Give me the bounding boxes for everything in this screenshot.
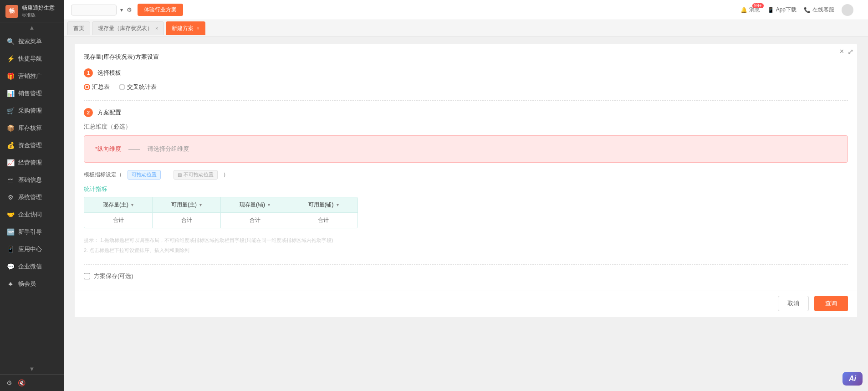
dimension-dash: —— <box>128 146 140 153</box>
metrics-setting-row: 模板指标设定（ 可拖动位置 不可拖动位置 ） <box>84 170 848 180</box>
topbar-search-input[interactable] <box>71 5 117 15</box>
app-version: 标准版 <box>22 12 55 18</box>
stats-body-col-3: 合计 <box>289 212 357 228</box>
message-icon: 🔔 <box>740 7 747 13</box>
stats-col-header-1[interactable]: 可用量(主) ▾ <box>153 197 220 212</box>
sidebar-item-label: 资金管理 <box>18 141 42 149</box>
dimension-area: *纵向维度 —— 请选择分组维度 <box>84 135 848 163</box>
sales-icon: 📊 <box>6 89 15 98</box>
section1-header: 1 选择模板 <box>84 68 848 77</box>
dimension-row: *纵向维度 —— 请选择分组维度 <box>95 145 837 153</box>
stats-table: 现存量(主) ▾ 可用量(主) ▾ <box>84 197 358 228</box>
tab-new-plan[interactable]: 新建方案 × <box>166 21 205 35</box>
sidebar-item-vip[interactable]: ♣ 畅会员 <box>0 275 64 293</box>
stats-col-3-chevron[interactable]: ▾ <box>337 202 339 207</box>
app-name-block: 畅康通好生意 标准版 <box>22 5 55 18</box>
save-label: 方案保存(可选) <box>94 272 133 280</box>
stats-col-2-label: 现存量(辅) <box>240 201 265 209</box>
weixin-icon: 💬 <box>6 262 15 271</box>
sidebar-item-basicinfo[interactable]: 🗃 基础信息 <box>0 171 64 189</box>
section-template: 1 选择模板 汇总表 交叉统计表 <box>84 68 848 91</box>
radio-cross-circle <box>119 84 125 90</box>
topbar-gear-icon[interactable]: ⚙ <box>127 6 132 13</box>
stats-col-1-label: 可用量(主) <box>171 201 197 209</box>
sidebar-item-appcenter[interactable]: 📱 应用中心 <box>0 241 64 258</box>
tab-new-plan-label: 新建方案 <box>172 25 194 32</box>
tip-2: 2. 点击标题栏下拉可设置排序、插入列和删除列 <box>84 245 848 255</box>
sidebar-item-sales[interactable]: 📊 销售管理 <box>0 85 64 102</box>
sidebar-item-operations[interactable]: 📈 经营管理 <box>0 154 64 171</box>
stats-col-header-2[interactable]: 现存量(辅) ▾ <box>221 197 289 212</box>
expand-panel-icon[interactable]: ⤢ <box>848 47 853 56</box>
tab-inventory-label: 现存量（库存状况表） <box>98 25 153 32</box>
query-button[interactable]: 查询 <box>814 296 848 311</box>
save-checkbox[interactable] <box>84 273 90 279</box>
section2-label: 方案配置 <box>97 108 121 117</box>
topbar-dropdown-icon[interactable]: ▾ <box>120 7 123 13</box>
sidebar-item-label: 新手引导 <box>18 228 42 236</box>
volume-icon[interactable]: 🔇 <box>18 379 26 386</box>
stats-col-1-chevron[interactable]: ▾ <box>199 202 202 207</box>
sidebar-nav: ⚡ 快捷导航 🎁 营销推广 📊 销售管理 🛒 采购管理 📦 库存核算 💰 资金管… <box>0 50 64 364</box>
metrics-suffix: ） <box>223 171 229 179</box>
user-avatar[interactable] <box>842 4 853 16</box>
cooperation-icon: 🤝 <box>6 211 15 219</box>
stats-col-2-chevron[interactable]: ▾ <box>268 202 270 207</box>
divider-2 <box>84 264 848 265</box>
sidebar-item-label: 营销推广 <box>18 72 42 80</box>
sidebar-item-search[interactable]: 🔍 搜索菜单 <box>0 33 64 50</box>
sidebar-bottom: ⚙ 🔇 <box>0 374 64 391</box>
sidebar-item-label: 基础信息 <box>18 176 42 184</box>
topbar-right: 🔔 消息 99+ 📱 App下载 📞 在线客服 <box>740 4 861 16</box>
sidebar-item-newguide[interactable]: 🆕 新手引导 <box>0 223 64 241</box>
stats-cell-2: 合计 <box>221 212 289 228</box>
stats-col-3-label: 可用量(辅) <box>308 201 334 209</box>
stats-cell-3: 合计 <box>289 212 357 228</box>
radio-summary[interactable]: 汇总表 <box>84 83 110 91</box>
stats-col-header-3[interactable]: 可用量(辅) ▾ <box>289 197 357 212</box>
stats-col-0-label: 现存量(主) <box>103 201 128 209</box>
tab-new-plan-close-icon[interactable]: × <box>196 26 199 31</box>
stats-col-0-chevron[interactable]: ▾ <box>131 202 133 207</box>
radio-cross[interactable]: 交叉统计表 <box>119 83 157 91</box>
message-badge: 99+ <box>752 3 764 8</box>
tab-home[interactable]: 首页 <box>67 21 90 35</box>
radio-cross-label: 交叉统计表 <box>127 83 157 91</box>
dimension-placeholder[interactable]: 请选择分组维度 <box>148 145 189 153</box>
stats-col-0: 现存量(主) ▾ <box>84 197 153 212</box>
cancel-button[interactable]: 取消 <box>778 296 809 311</box>
ai-badge[interactable]: Ai <box>842 372 863 386</box>
content-area: × ⤢ 现存量(库存状况表)方案设置 1 选择模板 汇总表 交叉统 <box>64 36 868 391</box>
stats-col-header-0[interactable]: 现存量(主) ▾ <box>84 197 152 212</box>
tip-1: 提示： 1.拖动标题栏可以调整布局，不可跨维度或指标区域拖动栏目字段(只能在同一… <box>84 235 848 245</box>
industry-solution-button[interactable]: 体验行业方案 <box>138 4 183 16</box>
stats-body-col-0: 合计 <box>84 212 153 228</box>
sidebar-scroll-up[interactable]: ▲ <box>0 22 64 33</box>
settings-icon[interactable]: ⚙ <box>6 379 12 386</box>
vip-icon: ♣ <box>6 280 15 288</box>
dimension-required-label: 汇总维度（必选） <box>84 123 848 131</box>
app-download-button[interactable]: 📱 App下载 <box>767 6 797 14</box>
draggable-tag: 可拖动位置 <box>128 170 161 180</box>
sidebar-item-purchase[interactable]: 🛒 采购管理 <box>0 102 64 119</box>
main-area: ▾ ⚙ 体验行业方案 🔔 消息 99+ 📱 App下载 📞 在线客服 首页 <box>64 0 868 391</box>
sidebar-item-cooperation[interactable]: 🤝 企业协同 <box>0 206 64 223</box>
tips-section: 提示： 1.拖动标题栏可以调整布局，不可跨维度或指标区域拖动栏目字段(只能在同一… <box>84 235 848 255</box>
sidebar-item-finance[interactable]: 💰 资金管理 <box>0 137 64 154</box>
tab-inventory-status[interactable]: 现存量（库存状况表） × <box>92 21 164 35</box>
sidebar-item-marketing[interactable]: 🎁 营销推广 <box>0 67 64 85</box>
message-button[interactable]: 🔔 消息 99+ <box>740 6 760 14</box>
stats-table-header: 现存量(主) ▾ 可用量(主) ▾ <box>84 197 357 212</box>
sidebar-scroll-down[interactable]: ▼ <box>0 364 64 374</box>
radio-summary-circle <box>84 84 90 90</box>
sidebar-item-weixin[interactable]: 💬 企业微信 <box>0 258 64 275</box>
sidebar-item-inventory[interactable]: 📦 库存核算 <box>0 119 64 137</box>
sidebar-item-system[interactable]: ⚙ 系统管理 <box>0 189 64 206</box>
tab-inventory-close-icon[interactable]: × <box>155 26 158 31</box>
sidebar-item-label: 经营管理 <box>18 159 42 167</box>
stats-body-col-1: 合计 <box>153 212 221 228</box>
search-icon: 🔍 <box>6 37 15 46</box>
sidebar-item-quicknav[interactable]: ⚡ 快捷导航 <box>0 50 64 67</box>
close-panel-icon[interactable]: × <box>840 47 844 56</box>
online-service-button[interactable]: 📞 在线客服 <box>804 6 834 14</box>
